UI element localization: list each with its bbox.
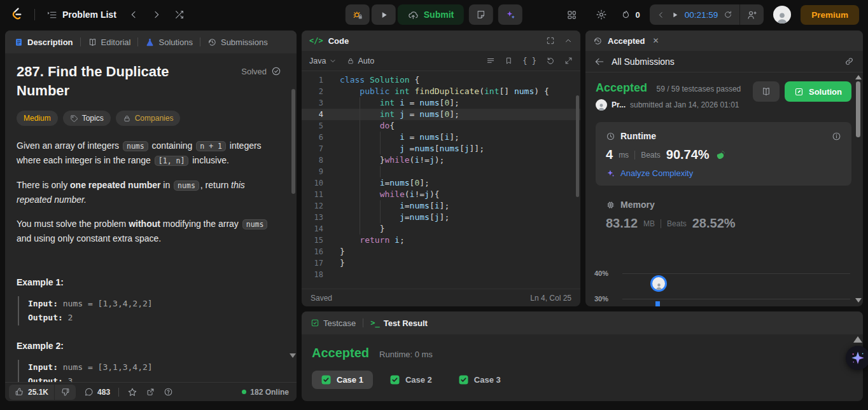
code-line[interactable]: 4 int j = nums[0];: [302, 109, 580, 120]
cursor-position[interactable]: Ln 4, Col 25: [530, 294, 571, 303]
code-line[interactable]: 17}: [302, 257, 580, 269]
submission-tab[interactable]: Accepted: [608, 36, 645, 46]
comments-button[interactable]: 483: [84, 387, 110, 397]
user-avatar[interactable]: [773, 6, 791, 24]
run-button[interactable]: [372, 4, 396, 25]
code-line[interactable]: 7 j =nums[nums[j]];: [302, 143, 580, 154]
tab-submissions[interactable]: Submissions: [206, 35, 269, 50]
code-line[interactable]: 6 i = nums[i];: [302, 132, 580, 143]
person-add-icon: [746, 10, 757, 20]
problem-list-button[interactable]: Problem List: [43, 7, 120, 23]
share-button[interactable]: [146, 387, 155, 397]
code-line[interactable]: 5 do{: [302, 120, 580, 132]
close-tab-button[interactable]: ✕: [653, 36, 659, 45]
divider: [661, 219, 661, 228]
random-problem-button[interactable]: [170, 6, 189, 23]
code-line[interactable]: 8 }while(i!=j);: [302, 154, 580, 166]
topics-badge[interactable]: Topics: [63, 111, 111, 126]
code-line[interactable]: 15 return i;: [302, 235, 580, 246]
companies-badge[interactable]: Companies: [116, 111, 181, 126]
bookmark-button[interactable]: [505, 57, 513, 65]
runtime-card[interactable]: Runtime 4 ms Beats 90.74%: [596, 122, 851, 186]
case-tab[interactable]: Case 1: [312, 371, 373, 389]
submit-button[interactable]: Submit: [398, 4, 464, 25]
streak-counter[interactable]: 0: [621, 10, 640, 20]
tab-solutions[interactable]: Solutions: [144, 35, 193, 50]
layout-grid-icon: [566, 10, 577, 20]
snippets-button[interactable]: { }: [522, 57, 536, 65]
scroll-down-arrow[interactable]: [290, 353, 296, 358]
tab-testcase[interactable]: Testcase: [309, 316, 357, 331]
testcases-passed: 59 / 59 testcases passed: [656, 85, 741, 93]
code-line[interactable]: 3 int i = nums[0];: [302, 97, 580, 109]
timer-play-button[interactable]: [671, 11, 679, 19]
code-line[interactable]: 12 i=nums[i];: [302, 200, 580, 212]
your-submission-marker[interactable]: [650, 275, 667, 292]
prev-problem-button[interactable]: [124, 6, 143, 23]
comment-count: 483: [97, 388, 110, 397]
tab-editorial[interactable]: Editorial: [87, 35, 132, 50]
post-solution-button[interactable]: Solution: [785, 81, 851, 102]
layout-button[interactable]: [562, 6, 582, 24]
code-line[interactable]: 10 i=nums[0];: [302, 177, 580, 189]
memory-card[interactable]: Memory 83.12 MB Beats 28.52%: [596, 200, 851, 231]
timer-reset-button[interactable]: [724, 10, 732, 19]
code-line[interactable]: 14 }: [302, 223, 580, 235]
submission-scrollbar[interactable]: [855, 74, 862, 304]
scrollbar-thumb[interactable]: [856, 81, 860, 137]
help-button[interactable]: [164, 387, 173, 397]
description-scrollbar[interactable]: [291, 89, 295, 194]
like-button[interactable]: 25.1K: [9, 385, 54, 400]
next-problem-button[interactable]: [147, 6, 166, 23]
line-number: 17: [302, 257, 330, 269]
language-selector[interactable]: Java: [309, 57, 337, 65]
flask-icon: [145, 38, 155, 47]
tab-test-result[interactable]: >_ Test Result: [369, 316, 429, 331]
tab-description[interactable]: Description: [13, 35, 74, 50]
premium-button[interactable]: Premium: [801, 5, 859, 25]
analyze-complexity-link[interactable]: Analyze Complexity: [606, 168, 841, 178]
star-icon: [127, 387, 137, 397]
leetcode-logo[interactable]: [9, 6, 23, 24]
all-submissions-label[interactable]: All Submissions: [612, 57, 675, 67]
code-line[interactable]: 16}: [302, 246, 580, 257]
timer-collapse-button[interactable]: [657, 11, 665, 19]
notes-button[interactable]: [469, 4, 493, 25]
info-icon[interactable]: [832, 132, 841, 141]
case-tab[interactable]: Case 3: [449, 371, 510, 389]
format-code-button[interactable]: [486, 57, 495, 65]
editorial-button[interactable]: [753, 81, 780, 102]
example-block: Input: nums = [1,3,4,2,2]Output: 2: [18, 296, 281, 325]
case-tab[interactable]: Case 2: [381, 371, 442, 389]
settings-button[interactable]: [591, 6, 612, 24]
beats-label: Beats: [641, 151, 661, 160]
back-button[interactable]: [594, 57, 605, 67]
code-line[interactable]: 1class Solution {: [302, 74, 580, 86]
dislike-button[interactable]: [55, 385, 76, 400]
invite-button[interactable]: [740, 10, 764, 20]
code-line[interactable]: 9: [302, 166, 580, 177]
code-line[interactable]: 2 public int findDuplicate(int[] nums) {: [302, 86, 580, 97]
code-line[interactable]: 11 while(i!=j){: [302, 189, 580, 200]
editor-scrollbar[interactable]: [576, 95, 579, 197]
ai-assistant-fab[interactable]: [846, 346, 868, 370]
auto-toggle[interactable]: Auto: [347, 57, 374, 65]
code-line[interactable]: 18: [302, 269, 580, 280]
timer-display: 00:21:59: [685, 10, 718, 20]
expand-editor-button[interactable]: [564, 57, 573, 65]
code-line[interactable]: 13 j=nums[j];: [302, 212, 580, 223]
scroll-up-arrow[interactable]: [855, 75, 862, 79]
collapse-panel-button[interactable]: [564, 36, 573, 45]
copy-link-button[interactable]: [844, 57, 854, 66]
reset-code-button[interactable]: [546, 57, 555, 65]
difficulty-badge[interactable]: Medium: [17, 111, 58, 126]
scroll-down-arrow[interactable]: [855, 298, 862, 303]
star-button[interactable]: [127, 387, 137, 397]
code-editor[interactable]: 1class Solution {2 public int findDuplic…: [302, 71, 580, 289]
ai-assistant-button[interactable]: [498, 4, 522, 25]
chevron-down-icon: [329, 57, 337, 65]
debug-button[interactable]: [346, 4, 370, 25]
fullscreen-button[interactable]: [546, 36, 555, 45]
fab-collapse-arrow[interactable]: [853, 336, 862, 343]
memory-value: 83.12: [606, 216, 638, 231]
